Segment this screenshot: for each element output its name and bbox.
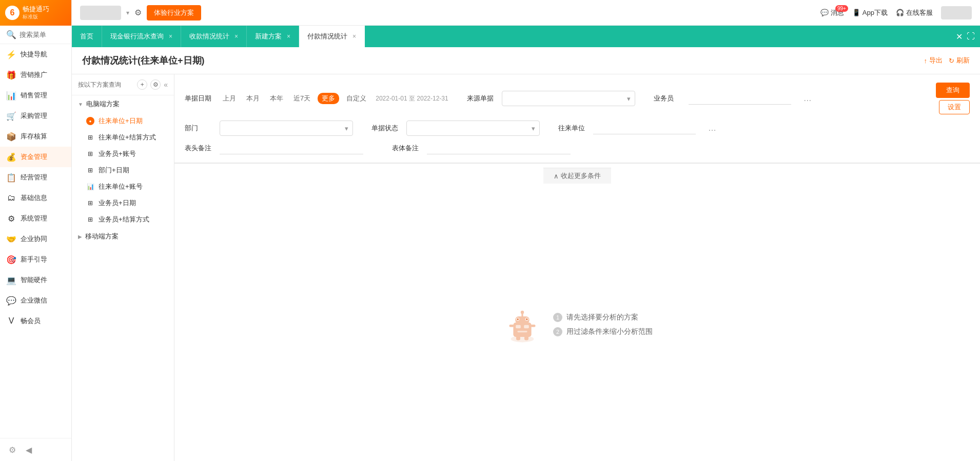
filter-row-1: 单据日期 上月 本月 本年 近7天 更多 自定义 2022-01-01 至 20… — [185, 83, 970, 114]
tab-home[interactable]: 首页 — [72, 26, 102, 47]
related-unit-input[interactable] — [593, 122, 696, 134]
export-label: 导出 — [929, 56, 943, 65]
scheme-settings-button[interactable]: ⚙ — [150, 79, 161, 90]
tab-new-scheme[interactable]: 新建方案 × — [247, 26, 299, 47]
date-opt-last-month[interactable]: 上月 — [220, 93, 239, 104]
scheme-item-staff-settlement[interactable]: ⊞ 业务员+结算方式 — [72, 211, 174, 228]
date-opt-this-year[interactable]: 本年 — [267, 93, 286, 104]
svg-rect-2 — [516, 325, 521, 328]
source-bill-select[interactable]: ▾ — [502, 91, 635, 106]
sidebar-item-basic-info[interactable]: 🗂 基础信息 — [0, 188, 71, 208]
tab-receivable[interactable]: 收款情况统计 × — [181, 26, 247, 47]
sidebar-item-quick-nav[interactable]: ⚡ 快捷导航 — [0, 44, 71, 65]
topbar-gear-icon[interactable]: ⚙ — [134, 8, 142, 17]
dept-chevron-icon: ▾ — [345, 125, 348, 132]
salesperson-input[interactable] — [689, 92, 791, 105]
export-icon: ↑ — [924, 57, 928, 65]
header-note-input[interactable] — [220, 142, 363, 154]
sidebar-item-smart-hw[interactable]: 💻 智能硬件 — [0, 270, 71, 290]
scheme-group-mobile-header[interactable]: ▶ 移动端方案 — [72, 228, 174, 245]
sidebar-item-finance[interactable]: 💰 资金管理 — [0, 147, 71, 167]
date-opt-this-month[interactable]: 本月 — [243, 93, 263, 104]
body-note-label: 表体备注 — [392, 144, 419, 153]
notification-button[interactable]: 💬 消息 99+ — [820, 8, 844, 17]
salesperson-more-icon[interactable]: … — [803, 94, 812, 103]
empty-content: 1 请先选择要分析的方案 2 用过滤条件来缩小分析范围 — [502, 304, 653, 345]
sidebar-search[interactable]: 🔍 搜索菜单 — [0, 26, 71, 44]
tab-receivable-close[interactable]: × — [234, 33, 238, 40]
scheme-item-label: 往来单位+日期 — [99, 116, 143, 126]
date-opt-7-days[interactable]: 近7天 — [290, 93, 313, 104]
tab-payable[interactable]: 付款情况统计 × — [299, 26, 365, 47]
tab-expand-icon[interactable]: ⛶ — [967, 32, 975, 41]
scheme-active-icon: ● — [86, 117, 94, 125]
dept-select[interactable]: ▾ — [220, 121, 353, 136]
scheme-item-unit-date[interactable]: ● 往来单位+日期 — [72, 113, 174, 129]
bill-status-chevron-icon: ▾ — [532, 125, 535, 132]
scheme-item-staff-account[interactable]: ⊞ 业务员+账号 — [72, 146, 174, 162]
refresh-button[interactable]: ↻ 刷新 — [949, 56, 970, 65]
date-opt-more[interactable]: 更多 — [318, 93, 339, 104]
topbar-chevron-icon[interactable]: ▾ — [126, 9, 129, 16]
sidebar-item-wechat[interactable]: 💬 企业微信 — [0, 290, 71, 311]
tab-home-label: 首页 — [80, 32, 93, 41]
date-opt-custom[interactable]: 自定义 — [343, 93, 369, 104]
guide-icon: 🎯 — [6, 254, 16, 265]
filter-actions-col: 查询 设置 — [936, 83, 970, 114]
online-service-button[interactable]: 🎧 在线客服 — [896, 8, 933, 17]
footer-collapse-icon[interactable]: ◀ — [23, 444, 35, 456]
scheme-grid-icon: ⊞ — [86, 215, 94, 224]
body-note-input[interactable] — [427, 142, 571, 154]
scheme-item-staff-date[interactable]: ⊞ 业务员+日期 — [72, 195, 174, 211]
query-button[interactable]: 查询 — [936, 83, 970, 98]
scheme-item-unit-account[interactable]: 📊 往来单位+账号 — [72, 178, 174, 195]
sidebar-item-enterprise[interactable]: 🤝 企业协同 — [0, 229, 71, 249]
scheme-item-dept-date[interactable]: ⊞ 部门+日期 — [72, 162, 174, 178]
empty-tips: 1 请先选择要分析的方案 2 用过滤条件来缩小分析范围 — [553, 313, 653, 336]
tip-text-1: 请先选择要分析的方案 — [566, 313, 638, 322]
tab-bank-flow-close[interactable]: × — [169, 33, 172, 40]
tab-payable-close[interactable]: × — [352, 33, 356, 40]
related-unit-more-icon[interactable]: … — [708, 124, 716, 133]
scheme-collapse-button[interactable]: « — [164, 81, 168, 89]
refresh-icon: ↻ — [949, 57, 954, 65]
bill-date-label: 单据日期 — [185, 94, 211, 103]
scheme-grid-icon: ⊞ — [86, 150, 94, 158]
tab-new-scheme-close[interactable]: × — [287, 33, 290, 40]
scheme-group-desktop-header[interactable]: ▼ 电脑端方案 — [72, 95, 174, 113]
user-avatar[interactable] — [941, 6, 972, 19]
scheme-item-unit-settlement[interactable]: ⊞ 往来单位+结算方式 — [72, 129, 174, 146]
sidebar-item-operations[interactable]: 📋 经营管理 — [0, 167, 71, 188]
source-bill-label: 来源单据 — [467, 94, 494, 103]
app-download-button[interactable]: 📱 App下载 — [852, 8, 888, 17]
trial-industry-button[interactable]: 体验行业方案 — [147, 5, 201, 21]
export-button[interactable]: ↑ 导出 — [924, 56, 943, 65]
empty-area: 1 请先选择要分析的方案 2 用过滤条件来缩小分析范围 — [174, 188, 980, 461]
company-avatar — [80, 6, 121, 20]
scheme-header-title: 按以下方案查询 — [78, 81, 121, 89]
sidebar-item-guide[interactable]: 🎯 新手引导 — [0, 249, 71, 270]
tab-bank-flow[interactable]: 现金银行流水查询 × — [102, 26, 181, 47]
bill-status-select[interactable]: ▾ — [406, 121, 540, 136]
svg-rect-12 — [509, 325, 514, 327]
footer-settings-icon[interactable]: ⚙ — [6, 444, 18, 456]
sidebar-item-member[interactable]: V 畅会员 — [0, 311, 71, 331]
notification-icon: 💬 — [820, 9, 829, 16]
tab-receivable-label: 收款情况统计 — [189, 32, 229, 41]
sidebar-item-label: 经营管理 — [21, 173, 47, 182]
scheme-item-label: 往来单位+结算方式 — [99, 133, 156, 142]
setting-button[interactable]: 设置 — [939, 100, 970, 114]
scheme-add-button[interactable]: + — [137, 79, 147, 90]
scheme-settings-icon: ⚙ — [153, 81, 159, 88]
sidebar-badge: 标准版 — [23, 13, 49, 21]
member-icon: V — [6, 316, 16, 326]
collapse-conditions-button[interactable]: ∧ 收起更多条件 — [543, 168, 611, 184]
sidebar-item-marketing[interactable]: 🎁 营销推广 — [0, 65, 71, 85]
sidebar-item-purchase[interactable]: 🛒 采购管理 — [0, 106, 71, 126]
sidebar-item-system[interactable]: ⚙ 系统管理 — [0, 208, 71, 229]
page-title: 付款情况统计(往来单位+日期) — [82, 54, 205, 67]
sidebar-item-inventory[interactable]: 📦 库存核算 — [0, 126, 71, 147]
sidebar-item-sales[interactable]: 📊 销售管理 — [0, 85, 71, 106]
sidebar-nav: ⚡ 快捷导航 🎁 营销推广 📊 销售管理 🛒 采购管理 📦 库存核算 💰 资金管… — [0, 44, 71, 438]
tab-close-all-icon[interactable]: ✕ — [956, 32, 963, 42]
